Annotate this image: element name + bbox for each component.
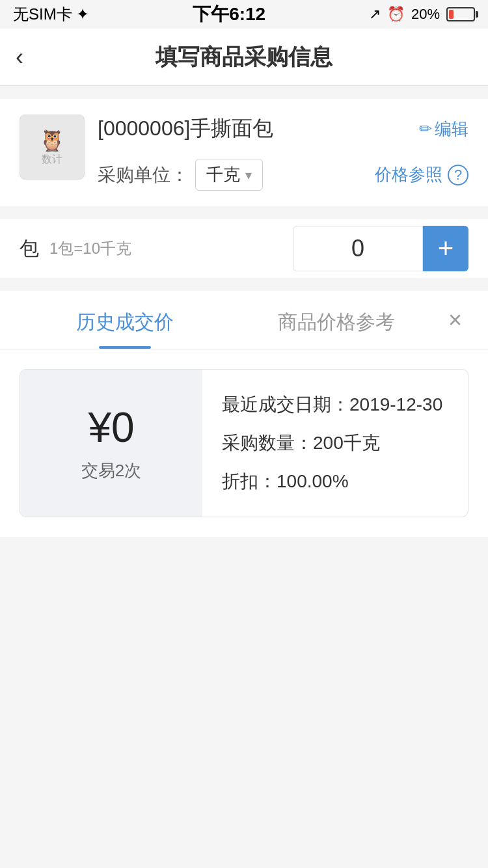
price-ref-label: 价格参照 xyxy=(375,163,442,186)
owl-icon: 🦉 xyxy=(39,128,65,153)
tabs-header: 历史成交价 商品价格参考 × xyxy=(0,291,488,349)
nav-bar: ‹ 填写商品采购信息 xyxy=(0,29,488,86)
product-header: 🦉 数计 [0000006]手撕面包 ✏ 编辑 采购单位： 千克 xyxy=(20,115,468,191)
quantity-plus-button[interactable]: + xyxy=(423,226,468,271)
unit-value: 千克 xyxy=(206,163,240,186)
recent-date-value: 2019-12-30 xyxy=(349,394,442,414)
purchase-qty-label: 采购数量： xyxy=(222,433,313,453)
tab-product-price-ref[interactable]: 商品价格参考 xyxy=(230,291,441,349)
unit-big: 包 xyxy=(20,236,39,262)
product-info: [0000006]手撕面包 ✏ 编辑 采购单位： 千克 ▾ 价格参照 ? xyxy=(98,115,468,191)
bottom-space xyxy=(0,537,488,868)
status-right: ↗ ⏰ 20% xyxy=(369,6,475,23)
logo-subtext: 数计 xyxy=(42,153,62,167)
recent-date-label: 最近成交日期： xyxy=(222,394,349,414)
price-trade-count: 交易2次 xyxy=(81,459,141,482)
price-amount: ¥0 xyxy=(88,403,134,452)
back-button[interactable]: ‹ xyxy=(16,44,23,71)
product-name: [0000006]手撕面包 xyxy=(98,115,273,143)
help-icon: ? xyxy=(448,165,468,185)
product-logo: 🦉 数计 xyxy=(20,115,85,180)
price-card-left: ¥0 交易2次 xyxy=(20,370,202,517)
product-name-text: 手撕面包 xyxy=(190,116,273,140)
quantity-input-group: + xyxy=(293,226,468,271)
discount-value: 100.00% xyxy=(277,471,349,491)
quantity-row: 包 1包=10千克 + xyxy=(0,219,488,278)
chevron-down-icon: ▾ xyxy=(245,167,252,183)
unit-select[interactable]: 千克 ▾ xyxy=(195,159,263,191)
edit-button[interactable]: ✏ 编辑 xyxy=(419,118,468,141)
product-id: [0000006] xyxy=(98,116,190,140)
quantity-label-group: 包 1包=10千克 xyxy=(20,236,131,262)
unit-left: 采购单位： 千克 ▾ xyxy=(98,159,263,191)
product-unit-row: 采购单位： 千克 ▾ 价格参照 ? xyxy=(98,159,468,191)
price-detail-discount: 折扣：100.00% xyxy=(222,468,448,494)
status-bar: 无SIM卡 ✦ 下午6:12 ↗ ⏰ 20% xyxy=(0,0,488,29)
product-logo-icon: 🦉 数计 xyxy=(39,128,65,167)
edit-icon: ✏ xyxy=(419,120,432,138)
edit-label: 编辑 xyxy=(435,118,468,141)
tab-history-price[interactable]: 历史成交价 xyxy=(20,291,230,349)
page-title: 填写商品采购信息 xyxy=(156,42,332,72)
unit-label: 采购单位： xyxy=(98,163,189,187)
carrier-text: 无SIM卡 ✦ xyxy=(13,4,89,25)
status-time: 下午6:12 xyxy=(193,2,265,27)
price-detail-qty: 采购数量：200千克 xyxy=(222,430,448,455)
price-detail-date: 最近成交日期：2019-12-30 xyxy=(222,392,448,417)
product-title-row: [0000006]手撕面包 ✏ 编辑 xyxy=(98,115,468,143)
unit-sub: 1包=10千克 xyxy=(49,238,131,259)
discount-label: 折扣： xyxy=(222,471,277,491)
navigation-icon: ↗ xyxy=(369,6,381,23)
purchase-qty-value: 200千克 xyxy=(313,433,380,453)
tab-close-button[interactable]: × xyxy=(442,293,468,347)
price-card-right: 最近成交日期：2019-12-30 采购数量：200千克 折扣：100.00% xyxy=(202,370,468,517)
tabs-content: ¥0 交易2次 最近成交日期：2019-12-30 采购数量：200千克 折扣：… xyxy=(0,349,488,537)
price-card: ¥0 交易2次 最近成交日期：2019-12-30 采购数量：200千克 折扣：… xyxy=(20,369,468,517)
alarm-icon: ⏰ xyxy=(387,6,405,23)
battery-percent: 20% xyxy=(411,6,440,23)
quantity-input[interactable] xyxy=(293,226,423,271)
battery-icon xyxy=(446,7,475,21)
product-card: 🦉 数计 [0000006]手撕面包 ✏ 编辑 采购单位： 千克 xyxy=(0,99,488,206)
price-ref-button[interactable]: 价格参照 ? xyxy=(375,163,468,186)
status-left: 无SIM卡 ✦ xyxy=(13,4,89,25)
tabs-panel: 历史成交价 商品价格参考 × ¥0 交易2次 最近成交日期：2019-12-30… xyxy=(0,291,488,537)
